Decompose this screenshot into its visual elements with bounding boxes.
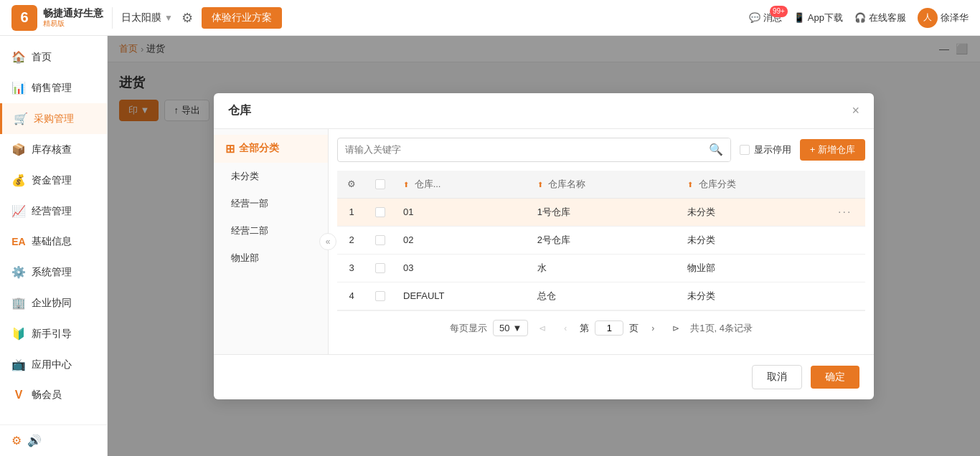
table-head: ⚙ ⬆ 仓库... [337, 171, 865, 199]
prev-page-btn[interactable]: ‹ [557, 320, 574, 337]
sidebar-item-label: 系统管理 [32, 266, 72, 279]
row-select-checkbox[interactable] [375, 263, 385, 273]
online-service-item[interactable]: 🎧 在线客服 [854, 11, 906, 24]
collapse-btn[interactable]: « [319, 233, 336, 250]
branch-selector[interactable]: 日太阳膜 ▼ [121, 11, 173, 24]
close-btn[interactable]: × [852, 104, 859, 117]
sidebar-item-basic[interactable]: EA 基础信息 [0, 227, 107, 257]
row-num: 2 [337, 226, 366, 254]
category-all-item[interactable]: ⊞ 全部分类 [214, 135, 328, 163]
last-page-btn[interactable]: ⊳ [667, 320, 684, 337]
category-item-ops1[interactable]: 经营一部 [214, 190, 328, 217]
category-item-property[interactable]: 物业部 [214, 244, 328, 272]
sidebar-item-apps[interactable]: 📺 应用中心 [0, 349, 107, 380]
row-num: 1 [337, 198, 366, 226]
row-name: 1号仓库 [529, 198, 679, 226]
online-service-label: 在线客服 [869, 11, 906, 24]
notification-badge: 99+ [770, 6, 788, 17]
sidebar-item-finance[interactable]: 💰 资金管理 [0, 165, 107, 196]
add-warehouse-btn[interactable]: + 新增仓库 [800, 139, 865, 161]
row-select-checkbox[interactable] [375, 235, 385, 245]
sidebar-item-purchase[interactable]: 🛒 采购管理 [0, 103, 107, 134]
modal-header: 仓库 × [214, 93, 874, 129]
row-checkbox[interactable] [366, 254, 395, 282]
enterprise-icon: 🏢 [11, 296, 26, 310]
warehouse-table: ⚙ ⬆ 仓库... [337, 171, 865, 310]
table-toolbar: 🔍 显示停用 + 新增仓库 [337, 138, 865, 162]
show-disabled-checkbox[interactable] [740, 145, 750, 155]
row-checkbox[interactable] [366, 198, 395, 226]
sidebar-item-label: 基础信息 [32, 235, 72, 248]
notification-item[interactable]: 💬 99+ 消息 [749, 11, 782, 24]
sidebar-item-label: 经营管理 [32, 205, 72, 218]
sidebar-item-member[interactable]: V 畅会员 [0, 380, 107, 410]
col-code-label: 仓库... [415, 179, 441, 189]
category-item-ops2[interactable]: 经营二部 [214, 217, 328, 244]
row-name: 2号仓库 [529, 226, 679, 254]
table-row[interactable]: 3 03 水 物业部 [337, 254, 865, 282]
next-page-btn[interactable]: › [644, 320, 661, 337]
search-input[interactable] [338, 140, 702, 159]
page-label: 第 [580, 322, 589, 335]
col-actions-header [829, 171, 865, 199]
settings-icon[interactable]: ⚙ [182, 10, 193, 26]
row-more-btn[interactable]: ··· [838, 206, 852, 218]
table-row[interactable]: 4 DEFAULT 总仓 未分类 [337, 282, 865, 310]
user-item[interactable]: 人 徐泽华 [918, 8, 969, 28]
row-num: 4 [337, 282, 366, 310]
col-checkbox-header[interactable] [366, 171, 395, 199]
table-panel: 🔍 显示停用 + 新增仓库 [329, 129, 874, 354]
main-content: 首页 › 进货 — ⬜ 进货 印 ▼ ↑ 导出 ↺ 刷新 [108, 36, 980, 456]
sidebar-item-enterprise[interactable]: 🏢 企业协同 [0, 288, 107, 318]
col-settings[interactable]: ⚙ [337, 171, 366, 199]
row-checkbox[interactable] [366, 226, 395, 254]
user-name: 徐泽华 [941, 11, 969, 24]
show-disabled-text: 显示停用 [754, 143, 791, 156]
table-row[interactable]: 1 01 1号仓库 未分类 ··· [337, 198, 865, 226]
header-right: 💬 99+ 消息 📱 App下载 🎧 在线客服 人 徐泽华 [749, 8, 969, 28]
row-code: 03 [395, 254, 529, 282]
settings-bottom-icon[interactable]: ⚙ [11, 434, 22, 447]
per-page-selector[interactable]: 50 ▼ [493, 320, 528, 336]
sidebar-item-sales[interactable]: 📊 销售管理 [0, 72, 107, 103]
branch-name: 日太阳膜 [121, 11, 161, 24]
sidebar-item-home[interactable]: 🏠 首页 [0, 42, 107, 72]
col-name-label: 仓库名称 [548, 179, 585, 189]
col-code-header: ⬆ 仓库... [395, 171, 529, 199]
per-page-label: 每页显示 [450, 322, 487, 335]
volume-icon[interactable]: 🔊 [27, 434, 42, 447]
guide-icon: 🔰 [11, 327, 26, 341]
pagination: 每页显示 50 ▼ ⊲ ‹ 第 页 › ⊳ 共1页 [337, 310, 865, 346]
row-select-checkbox[interactable] [375, 207, 385, 217]
modal-body: ⊞ 全部分类 未分类 经营一部 经营二部 物业部 [214, 129, 874, 354]
app-subtitle: 精易版 [43, 19, 103, 28]
sidebar-item-label: 畅会员 [32, 389, 62, 402]
table-row[interactable]: 2 02 2号仓库 未分类 [337, 226, 865, 254]
row-actions [829, 254, 865, 282]
sidebar-item-inventory[interactable]: 📦 库存核查 [0, 134, 107, 165]
sidebar-item-operation[interactable]: 📈 经营管理 [0, 196, 107, 227]
page-input[interactable] [595, 320, 623, 336]
show-disabled-checkbox-label[interactable]: 显示停用 [740, 143, 791, 156]
sidebar-item-guide[interactable]: 🔰 新手引导 [0, 318, 107, 349]
sort-icon2: ⬆ [537, 181, 543, 189]
category-item-uncat[interactable]: 未分类 [214, 163, 328, 190]
row-category: 未分类 [679, 226, 829, 254]
operation-icon: 📈 [11, 204, 26, 218]
headset-icon: 🎧 [854, 12, 866, 23]
select-all-checkbox[interactable] [375, 179, 385, 189]
home-icon: 🏠 [11, 50, 26, 64]
search-btn[interactable]: 🔍 [702, 138, 730, 161]
app-download-item[interactable]: 📱 App下载 [793, 11, 843, 24]
cancel-btn[interactable]: 取消 [752, 365, 802, 389]
sidebar-item-label: 应用中心 [32, 358, 72, 371]
member-icon: V [11, 389, 26, 402]
row-select-checkbox[interactable] [375, 291, 385, 301]
sidebar-item-label: 库存核查 [32, 143, 72, 156]
row-checkbox[interactable] [366, 282, 395, 310]
confirm-btn[interactable]: 确定 [811, 366, 859, 389]
first-page-btn[interactable]: ⊲ [534, 320, 551, 337]
sidebar-item-system[interactable]: ⚙️ 系统管理 [0, 257, 107, 288]
sort-icon: ⬆ [403, 181, 409, 189]
experience-btn[interactable]: 体验行业方案 [202, 7, 282, 29]
